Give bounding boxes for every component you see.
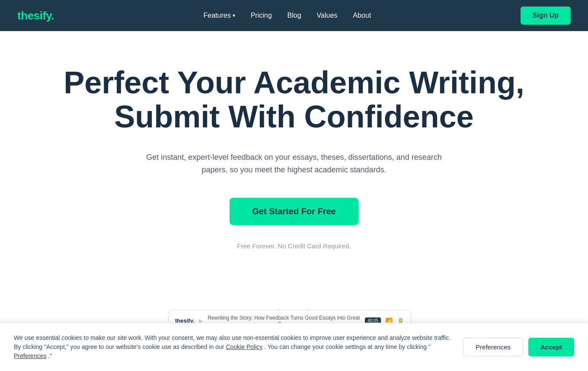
nav-item-blog[interactable]: Blog — [288, 12, 301, 19]
accept-button[interactable]: Accept — [528, 338, 574, 353]
signup-button[interactable]: Sign Up — [521, 6, 571, 25]
get-started-button[interactable]: Get Started For Free — [230, 198, 358, 225]
hero-subtitle: Get instant, expert-level feedback on yo… — [143, 151, 445, 176]
nav-item-features[interactable]: Features ▾ — [204, 12, 235, 19]
cookie-text-end: ." — [48, 352, 52, 353]
chevron-down-icon: ▾ — [233, 13, 235, 19]
cookie-preferences-inline-link[interactable]: Preferences — [14, 352, 46, 353]
cookie-buttons: Preferences Accept — [463, 338, 574, 353]
nav-links: Features ▾ Pricing Blog Values About — [204, 12, 371, 19]
cookie-text-after: . You can change your cookie settings at… — [264, 343, 431, 350]
hero-section: Perfect Your Academic Writing, Submit Wi… — [0, 31, 588, 353]
about-label[interactable]: About — [353, 12, 371, 19]
nav-item-about[interactable]: About — [353, 12, 371, 19]
hero-note: Free Forever. No Credit Card Required. — [237, 242, 351, 250]
blog-label[interactable]: Blog — [288, 12, 301, 19]
cookie-banner: We use essential cookies to make our sit… — [0, 323, 588, 353]
values-label[interactable]: Values — [317, 12, 338, 19]
features-label: Features — [204, 12, 231, 19]
cookie-policy-link[interactable]: Cookie Policy — [226, 343, 262, 350]
cookie-text: We use essential cookies to make our sit… — [14, 333, 453, 353]
brand-logo[interactable]: thesify. — [17, 9, 54, 22]
hero-title: Perfect Your Academic Writing, Submit Wi… — [56, 66, 532, 134]
nav-item-pricing[interactable]: Pricing — [251, 12, 272, 19]
pricing-label[interactable]: Pricing — [251, 12, 272, 19]
nav-item-values[interactable]: Values — [317, 12, 338, 19]
navbar: thesify. Features ▾ Pricing Blog Values … — [0, 0, 588, 31]
preferences-button[interactable]: Preferences — [463, 338, 523, 353]
